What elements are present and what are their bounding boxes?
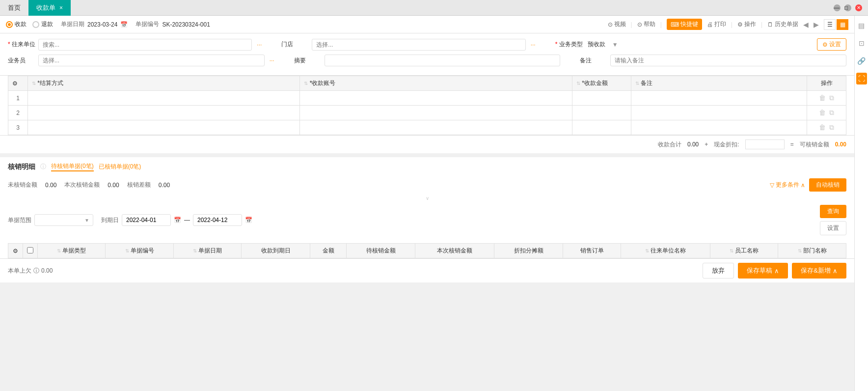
save-btn[interactable]: 保存&新增 ∧ xyxy=(792,263,846,279)
row2-settlement[interactable] xyxy=(28,106,300,120)
done-tab[interactable]: 已核销单据(0笔) xyxy=(99,163,141,171)
due-date-start-input[interactable] xyxy=(122,214,171,226)
sidebar-expand-icon[interactable]: ⛶ xyxy=(856,73,867,84)
date-label: 单据日期 xyxy=(61,20,84,28)
row2-note[interactable] xyxy=(631,106,807,120)
summary-input[interactable] xyxy=(325,55,561,66)
row2-account[interactable] xyxy=(300,106,572,120)
summary-label: 摘要 xyxy=(294,56,322,65)
grid-view-btn[interactable]: ▦ xyxy=(837,19,848,30)
date-value: 2023-03-24 xyxy=(87,21,117,28)
operate-link[interactable]: ⚙ 操作 xyxy=(737,20,756,28)
counterpart-more-btn[interactable]: ··· xyxy=(257,41,262,48)
query-btn[interactable]: 查询 xyxy=(820,205,846,218)
shortcut-btn[interactable]: ⌨ 快捷键 xyxy=(667,19,702,30)
business-type-field: * 业务类型 预收款 ▼ xyxy=(555,40,809,49)
collapse-icon[interactable]: ∨ xyxy=(426,196,429,201)
row3-delete-icon[interactable]: 🗑 xyxy=(819,123,826,131)
more-filter-btn[interactable]: ▽ 更多条件 ∧ xyxy=(770,178,805,192)
list-view-btn[interactable]: ☰ xyxy=(824,19,836,30)
print-link[interactable]: 🖨 打印 xyxy=(707,20,726,28)
tab-receipt[interactable]: 收款单 × xyxy=(28,0,71,16)
row1-delete-icon[interactable]: 🗑 xyxy=(819,94,826,102)
row3-copy-icon[interactable]: ⧉ xyxy=(829,123,834,131)
window-maximize[interactable]: □ xyxy=(844,4,851,11)
row2-delete-icon[interactable]: 🗑 xyxy=(819,109,826,116)
tab-receipt-close[interactable]: × xyxy=(59,4,63,11)
radio-receipt[interactable]: 收款 xyxy=(6,20,27,28)
shop-field: 门店 ··· xyxy=(281,39,535,51)
pending-tab[interactable]: 待核销单据(0笔) xyxy=(51,162,94,171)
row3-settlement[interactable] xyxy=(28,120,300,135)
window-close[interactable]: ✕ xyxy=(855,4,862,11)
bth-gear: ⚙ xyxy=(8,244,23,258)
help-link[interactable]: ⊙ 帮助 xyxy=(637,20,655,28)
nav-prev-icon[interactable]: ◀ xyxy=(803,21,809,28)
salesperson-more-btn[interactable]: ··· xyxy=(270,57,274,64)
nav-next-icon[interactable]: ▶ xyxy=(814,21,819,28)
row2-amount[interactable] xyxy=(572,106,631,120)
note-input[interactable] xyxy=(610,55,846,66)
filter-expand-icon: ∧ xyxy=(801,182,805,189)
table-gear-icon[interactable]: ⚙ xyxy=(12,80,18,87)
shop-more-btn[interactable]: ··· xyxy=(531,41,536,48)
print-label: 打印 xyxy=(714,20,726,28)
row1-amount[interactable] xyxy=(572,91,631,106)
bottom-table-section: ⚙ ⇅ 单据类型 ⇅ 单据编号 ⇅ 单据日期 xyxy=(0,243,854,258)
sidebar-grid-icon[interactable]: ⊡ xyxy=(857,37,867,49)
settings-gear-icon: ⚙ xyxy=(822,41,828,48)
data-table: ⚙ ⇅ *结算方式 ⇅ *收款账号 ⇅ *收款金额 ⇅ xyxy=(8,76,846,135)
select-all-checkbox[interactable] xyxy=(27,247,33,253)
row1-account[interactable] xyxy=(300,91,572,106)
filter-actions: ▽ 更多条件 ∧ 自动核销 xyxy=(770,178,846,192)
row3-note[interactable] xyxy=(631,120,807,135)
footer-info-icon[interactable]: ⓘ xyxy=(33,267,39,275)
table-settings-btn[interactable]: 设置 xyxy=(820,221,846,235)
video-link[interactable]: ⊙ 视频 xyxy=(608,20,626,28)
range-label: 单据范围 xyxy=(8,216,31,224)
business-type-dropdown-icon[interactable]: ▼ xyxy=(612,41,618,48)
th-note: ⇅ 备注 xyxy=(631,76,807,91)
row1-copy-icon[interactable]: ⧉ xyxy=(829,94,834,102)
draft-btn[interactable]: 保存草稿 ∧ xyxy=(738,263,788,279)
radio-refund-circle xyxy=(32,21,39,28)
cal-end-icon[interactable]: 📅 xyxy=(245,217,252,223)
sidebar-table-icon[interactable]: ▤ xyxy=(856,20,867,31)
history-label: 历史单据 xyxy=(775,20,798,28)
bottom-table: ⚙ ⇅ 单据类型 ⇅ 单据编号 ⇅ 单据日期 xyxy=(8,243,846,258)
shop-input[interactable] xyxy=(312,39,525,51)
cal-start-icon[interactable]: 📅 xyxy=(174,217,181,223)
radio-refund[interactable]: 退款 xyxy=(32,20,53,28)
toolbar: 收款 退款 单据日期 2023-03-24 📅 单据编号 SK-20230324… xyxy=(0,16,854,33)
row3-account[interactable] xyxy=(300,120,572,135)
bottom-gear-icon[interactable]: ⚙ xyxy=(13,248,18,254)
sidebar-link-icon[interactable]: 🔗 xyxy=(855,55,868,67)
bth-counterpart: ⇅ 往来单位名称 xyxy=(621,244,710,258)
operate-icon: ⚙ xyxy=(737,21,743,28)
diff-label: 核销差额 xyxy=(127,181,151,189)
auto-writeoff-btn[interactable]: 自动核销 xyxy=(809,178,846,192)
row2-copy-icon[interactable]: ⧉ xyxy=(829,109,834,116)
counterpart-input[interactable] xyxy=(38,39,252,51)
discount-input[interactable] xyxy=(745,140,785,149)
shop-label: 门店 xyxy=(281,40,309,49)
net-value: 0.00 xyxy=(835,141,846,148)
th-op: 操作 xyxy=(807,76,846,91)
due-date-end-input[interactable] xyxy=(193,214,242,226)
date-icon[interactable]: 📅 xyxy=(120,21,128,28)
settings-btn[interactable]: ⚙ 设置 xyxy=(817,38,846,51)
bth-amount: 金额 xyxy=(310,244,347,258)
writeoff-info-icon[interactable]: ⓘ xyxy=(40,163,46,171)
row1-settlement[interactable] xyxy=(28,91,300,106)
history-link[interactable]: 🗒 历史单据 xyxy=(767,20,798,28)
abandon-btn[interactable]: 放弃 xyxy=(703,263,734,279)
footer-actions: 放弃 保存草稿 ∧ 保存&新增 ∧ xyxy=(703,263,846,279)
print-icon: 🖨 xyxy=(707,21,713,28)
row3-amount[interactable] xyxy=(572,120,631,135)
row1-note[interactable] xyxy=(631,91,807,106)
tab-home[interactable]: 首页 xyxy=(0,0,28,16)
window-minimize[interactable]: — xyxy=(834,4,841,11)
due-date-label: 到期日 xyxy=(101,216,119,224)
range-select[interactable] xyxy=(34,214,93,226)
salesperson-input[interactable] xyxy=(38,55,265,66)
